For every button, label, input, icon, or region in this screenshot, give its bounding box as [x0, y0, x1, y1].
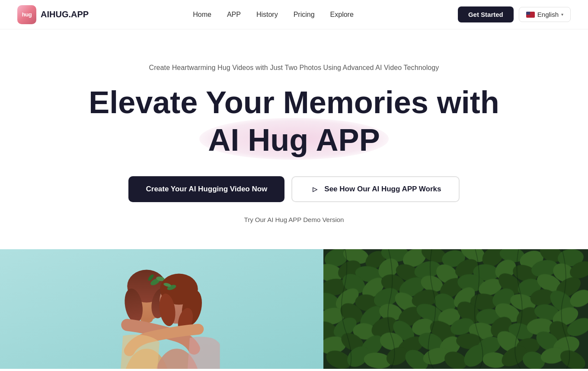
navbar-logo-group: hug AIHUG.APP [17, 5, 89, 24]
hero-title-line2: AI Hug APP [208, 121, 380, 159]
create-video-button[interactable]: Create Your AI Hugging Video Now [128, 176, 284, 202]
nav-link-app[interactable]: APP [227, 11, 241, 19]
hero-buttons: Create Your AI Hugging Video Now ▷ See H… [128, 176, 459, 202]
get-started-button[interactable]: Get Started [458, 6, 514, 22]
navbar-actions: Get Started English ▾ [458, 6, 571, 22]
see-how-label: See How Our AI Hugg APP Works [324, 185, 441, 193]
hero-title: Elevate Your Memories with AI Hug APP [89, 86, 499, 159]
flag-icon [526, 12, 535, 18]
nav-link-pricing[interactable]: Pricing [294, 11, 315, 19]
navbar-links: Home APP History Pricing Explore [193, 11, 354, 19]
chevron-down-icon: ▾ [561, 12, 563, 17]
people-svg [0, 249, 323, 369]
hero-title-line1: Elevate Your Memories with [89, 86, 499, 120]
logo-abbr: hug [22, 11, 32, 18]
demo-right-panel [323, 249, 588, 369]
language-selector[interactable]: English ▾ [519, 7, 571, 22]
ivy-svg [323, 249, 588, 369]
demo-link[interactable]: Try Our AI Hug APP Demo Version [244, 216, 344, 223]
hero-section: Create Heartwarming Hug Videos with Just… [0, 29, 588, 249]
hero-title-highlight: AI Hug APP [208, 121, 380, 159]
logo-text[interactable]: AIHUG.APP [41, 10, 89, 19]
navbar: hug AIHUG.APP Home APP History Pricing E… [0, 0, 588, 29]
nav-link-history[interactable]: History [256, 11, 278, 19]
demo-section [0, 249, 588, 369]
hero-subtitle: Create Heartwarming Hug Videos with Just… [149, 64, 439, 72]
see-how-button[interactable]: ▷ See How Our AI Hugg APP Works [291, 176, 459, 202]
play-icon: ▷ [310, 184, 320, 194]
nav-link-explore[interactable]: Explore [330, 11, 354, 19]
logo-icon[interactable]: hug [17, 5, 36, 24]
language-label: English [537, 11, 559, 18]
nav-link-home[interactable]: Home [193, 11, 211, 19]
demo-left-panel [0, 249, 323, 369]
